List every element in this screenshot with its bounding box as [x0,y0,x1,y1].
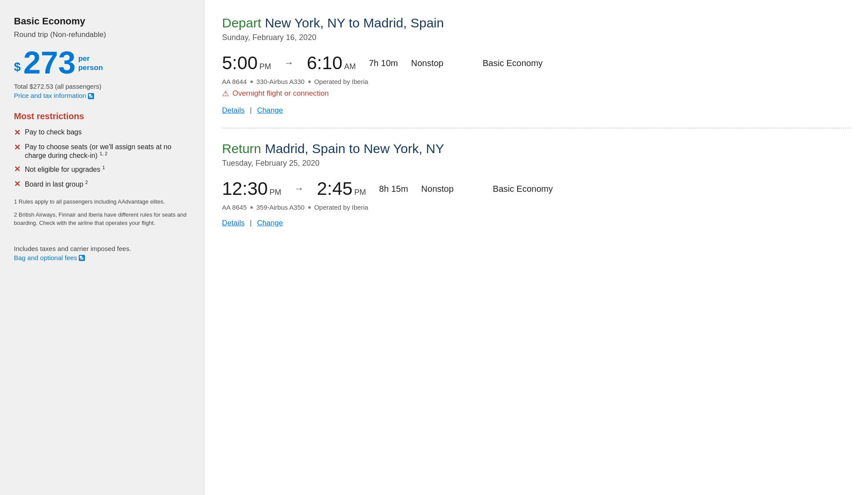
depart-nonstop: Nonstop [411,58,444,68]
divider [222,128,851,128]
arrow-icon-2: → [294,183,304,194]
x-icon: ✕ [14,165,20,174]
depart-details-link[interactable]: Details [222,106,245,115]
return-arrive-ampm: PM [354,188,366,197]
return-section: Return Madrid, Spain to New York, NY Tue… [222,141,851,227]
dot-separator [308,80,311,83]
dot-separator [250,80,253,83]
depart-heading: Depart New York, NY to Madrid, Spain [222,16,851,30]
footnote-1: 1 Rules apply to all passengers includin… [14,197,190,206]
list-item: ✕ Not eligible for upgrades 1 [14,165,190,174]
depart-time-block: 5:00 PM [222,53,271,74]
arrive-time: 6:10 [307,53,343,74]
depart-aircraft: 330-Airbus A330 [256,78,305,85]
per-person: perperson [78,54,103,75]
return-aircraft: 359-Airbus A350 [256,204,305,211]
depart-ampm: PM [259,62,271,71]
return-depart-ampm: PM [269,188,281,197]
list-item: ✕ Pay to choose seats (or we'll assign s… [14,143,190,160]
external-link-icon [88,93,94,99]
arrive-ampm: AM [344,62,356,71]
depart-fare-class: Basic Economy [483,58,543,68]
external-link-icon-2 [79,255,85,261]
dollar-sign: $ [14,61,21,73]
price-tax-link[interactable]: Price and tax information [14,92,94,99]
depart-change-link[interactable]: Change [257,106,283,115]
return-details-link[interactable]: Details [222,219,245,227]
return-date: Tuesday, February 25, 2020 [222,159,851,168]
arrow-icon: → [284,57,294,69]
depart-action-links: Details | Change [222,106,851,115]
restriction-list: ✕ Pay to check bags ✕ Pay to choose seat… [14,128,190,189]
overnight-warning: ⚠ Overnight flight or connection [222,89,851,98]
warning-icon: ⚠ [222,89,229,98]
return-details-row: AA 8645 359-Airbus A350 Operated by Iber… [222,204,851,211]
return-flight-number: AA 8645 [222,204,247,211]
x-icon: ✕ [14,128,20,138]
return-nonstop: Nonstop [421,184,454,194]
price-amount: 273 [24,47,76,78]
overnight-text: Overnight flight or connection [232,89,329,98]
list-item: ✕ Pay to check bags [14,128,190,138]
depart-details-row: AA 8644 330-Airbus A330 Operated by Iber… [222,78,851,85]
return-depart-time-block: 12:30 PM [222,178,281,199]
return-change-link[interactable]: Change [257,219,283,227]
depart-cities: New York, NY to Madrid, Spain [265,16,444,30]
return-action-links: Details | Change [222,219,851,227]
trip-type: Round trip (Non-refundable) [14,30,190,39]
depart-times-row: 5:00 PM → 6:10 AM 7h 10m Nonstop Basic E… [222,53,851,74]
restriction-text: Pay to check bags [25,128,82,136]
restriction-text: Pay to choose seats (or we'll assign sea… [25,143,190,160]
includes-text: Includes taxes and carrier imposed fees. [14,245,190,252]
right-panel: Depart New York, NY to Madrid, Spain Sun… [205,0,868,495]
depart-date: Sunday, February 16, 2020 [222,33,851,42]
restriction-text: Not eligible for upgrades 1 [25,165,105,174]
return-times-row: 12:30 PM → 2:45 PM 8h 15m Nonstop Basic … [222,178,851,199]
depart-direction: Depart [222,16,261,30]
depart-operator: Operated by Iberia [314,78,368,85]
return-fare-class: Basic Economy [493,184,553,194]
x-icon: ✕ [14,143,20,153]
link-separator: | [250,106,252,115]
depart-time: 5:00 [222,53,258,74]
price-row: $ 273 perperson [14,47,190,78]
return-arrive-time: 2:45 [317,178,353,199]
bottom-section: Includes taxes and carrier imposed fees.… [14,245,190,262]
bag-optional-fees-link[interactable]: Bag and optional fees [14,254,85,261]
fare-type: Basic Economy [14,16,190,27]
arrive-time-block: 6:10 AM [307,53,356,74]
total-price: Total $272.53 (all passengers) [14,83,190,90]
depart-flight-number: AA 8644 [222,78,247,85]
return-heading: Return Madrid, Spain to New York, NY [222,141,851,156]
left-panel: Basic Economy Round trip (Non-refundable… [0,0,205,495]
dot-separator-2 [250,206,253,209]
return-depart-time: 12:30 [222,178,268,199]
return-cities: Madrid, Spain to New York, NY [265,141,444,156]
dot-separator-3 [308,206,311,209]
footnote-2: 2 British Airways, Finnair and Iberia ha… [14,211,190,227]
list-item: ✕ Board in last group 2 [14,180,190,189]
return-direction: Return [222,141,261,156]
restriction-text: Board in last group 2 [25,180,88,188]
depart-section: Depart New York, NY to Madrid, Spain Sun… [222,16,851,115]
return-operator: Operated by Iberia [314,204,368,211]
restrictions-title: Most restrictions [14,111,190,121]
depart-duration: 7h 10m [369,58,398,68]
return-duration: 8h 15m [379,184,408,194]
return-arrive-time-block: 2:45 PM [317,178,366,199]
x-icon: ✕ [14,180,20,189]
link-separator-2: | [250,219,252,227]
